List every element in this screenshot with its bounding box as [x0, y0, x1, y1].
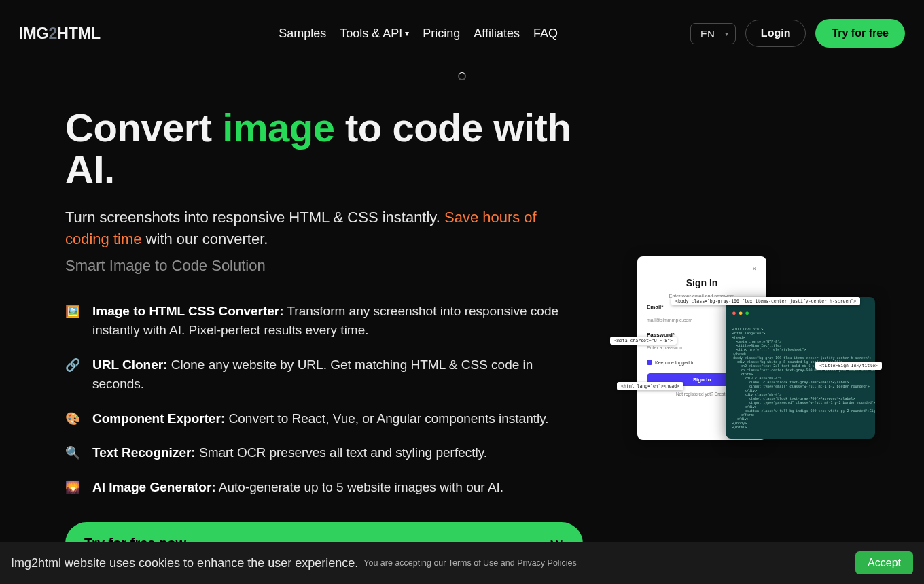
hero-illustration: ✕ Sign In Enter your email and password … [610, 256, 875, 467]
login-button[interactable]: Login [745, 20, 806, 47]
feature-desc: Smart OCR preserves all text and styling… [196, 445, 487, 460]
nav-samples[interactable]: Samples [277, 24, 327, 44]
link-icon: 🔗 [65, 356, 80, 394]
feature-list: 🖼️ Image to HTML CSS Converter: Transfor… [65, 302, 583, 498]
image-icon: 🖼️ [65, 302, 80, 341]
chevron-down-icon: ▾ [405, 29, 409, 38]
palette-icon: 🎨 [65, 409, 80, 429]
code-content: <!DOCTYPE html> <html lang="en"> <head> … [732, 327, 868, 429]
hero-subtitle-pre: Turn screenshots into responsive HTML & … [65, 209, 444, 226]
hero-tagline: Smart Image to Code Solution [65, 257, 583, 275]
code-chip-html: <html lang="en"><head> [617, 382, 683, 390]
feature-title: Image to HTML CSS Converter: [92, 304, 284, 318]
close-icon: ✕ [647, 266, 757, 272]
cookie-accept-button[interactable]: Accept [855, 551, 913, 574]
feature-desc: Convert to React, Vue, or Angular compon… [225, 411, 548, 426]
cookie-banner: Img2html website uses cookies to enhance… [0, 542, 924, 584]
nav-faq[interactable]: FAQ [532, 24, 559, 44]
code-chip-meta: <meta charset="UTF-8"> [610, 337, 677, 345]
logo-suffix: HTML [57, 24, 101, 42]
nav-affiliates[interactable]: Affiliates [472, 24, 521, 44]
feature-title: Text Recognizer: [92, 445, 196, 460]
logo-prefix: IMG [19, 24, 48, 42]
cookie-text: Img2html website uses cookies to enhance… [11, 556, 358, 570]
nav-tools-label: Tools & API [340, 27, 402, 41]
hero-title-accent: image [222, 105, 334, 150]
language-value: EN [700, 28, 715, 39]
hero-title-pre: Convert [65, 105, 222, 150]
feature-desc: Auto-generate up to 5 website images wit… [216, 480, 504, 494]
code-chip-title: <title>Sign In</title> [815, 362, 882, 370]
checkbox-icon [647, 360, 652, 365]
hero-subtitle: Turn screenshots into responsive HTML & … [65, 207, 583, 250]
language-select[interactable]: EN ▾ [690, 23, 736, 44]
feature-item: 🎨 Component Exporter: Convert to React, … [65, 409, 583, 429]
logo-mid: 2 [48, 24, 57, 42]
code-chip-body: <body class="bg-gray-100 flex items-cent… [671, 297, 860, 305]
hero-subtitle-post: with our converter. [142, 230, 268, 247]
dropdown-icon: ▾ [725, 30, 728, 37]
nav-tools[interactable]: Tools & API ▾ [338, 24, 410, 44]
loading-spinner-icon [458, 72, 466, 80]
feature-title: URL Cloner: [92, 358, 167, 372]
feature-item: 🌄 AI Image Generator: Auto-generate up t… [65, 478, 583, 498]
feature-item: 🔍 Text Recognizer: Smart OCR preserves a… [65, 443, 583, 463]
nav-pricing[interactable]: Pricing [421, 24, 461, 44]
magnifier-icon: 🔍 [65, 443, 80, 463]
cookie-subtext: You are accepting our Terms of Use and P… [363, 558, 576, 568]
logo[interactable]: IMG2HTML [19, 24, 101, 43]
feature-title: AI Image Generator: [92, 480, 216, 494]
sunset-icon: 🌄 [65, 478, 80, 498]
feature-item: 🔗 URL Cloner: Clone any website by URL. … [65, 356, 583, 394]
signin-title: Sign In [647, 277, 757, 288]
feature-item: 🖼️ Image to HTML CSS Converter: Transfor… [65, 302, 583, 341]
keep-logged-label: Keep me logged in [655, 360, 694, 365]
feature-title: Component Exporter: [92, 411, 225, 426]
try-free-button[interactable]: Try for free [815, 19, 905, 48]
hero-title: Convert image to code with AI. [65, 107, 583, 190]
